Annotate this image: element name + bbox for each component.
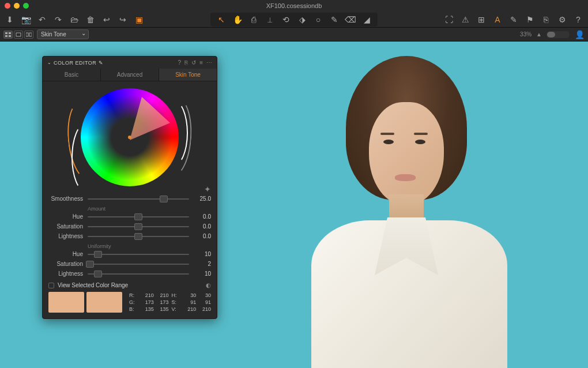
uni-light-value: 10 <box>194 271 211 277</box>
range-arc-left[interactable] <box>71 123 100 192</box>
amount-light-value: 0.0 <box>194 233 211 239</box>
view-range-label: View Selected Color Range <box>58 282 128 288</box>
help-icon[interactable]: ? <box>573 14 583 25</box>
panel-header[interactable]: ⌄ COLOR EDITOR ✎ ? ⎘ ↺ ≡ ⋯ <box>43 57 217 69</box>
amount-light-slider[interactable] <box>88 236 189 237</box>
print-icon[interactable]: ⎙ <box>248 14 259 25</box>
amount-light-label: Lightness <box>48 233 83 239</box>
trash-icon[interactable]: 🗑 <box>85 14 96 25</box>
svg-rect-1 <box>9 32 11 34</box>
uni-light-label: Lightness <box>48 271 83 277</box>
titlebar: XF100.cosessiondb <box>0 0 588 12</box>
main-toolbar: ⬇ 📷 ↶ ↷ 🗁 🗑 ↩ ↪ ▣ ↖ ✋ ⎙ ⟂ ⟲ ⬗ ○ ✎ ⌫ ◢ ⛶ … <box>0 12 588 28</box>
secondary-bar: Skin Tone 33% ▲ 👤 <box>0 28 588 42</box>
uni-light-slider[interactable] <box>88 273 189 275</box>
zoom-level: 33% <box>520 31 532 37</box>
help-small-icon[interactable]: ? <box>178 59 182 66</box>
swatch-before[interactable] <box>48 292 84 313</box>
eyedropper-icon[interactable]: ✦ <box>204 185 211 194</box>
tool-dropdown[interactable]: Skin Tone <box>37 29 89 39</box>
svg-rect-3 <box>9 35 11 37</box>
gradient-icon[interactable]: ◢ <box>361 14 372 25</box>
collapse-icon[interactable]: ⌄ <box>47 60 51 65</box>
uni-sat-label: Saturation <box>48 261 83 267</box>
close-window-button[interactable] <box>5 3 10 9</box>
smoothness-value: 25.0 <box>194 196 211 202</box>
window-title: XF100.cosessiondb <box>266 2 322 9</box>
export-icon[interactable]: ⎘ <box>541 14 551 25</box>
split-view-button[interactable] <box>24 31 33 39</box>
color-readout: R:210210 H:3030 G:173173 S:9191 B:135135… <box>125 292 211 313</box>
grid-view-button[interactable] <box>3 31 13 39</box>
brush-icon[interactable]: ✎ <box>329 14 340 25</box>
amount-hue-label: Hue <box>48 213 83 220</box>
color-editor-panel: ⌄ COLOR EDITOR ✎ ? ⎘ ↺ ≡ ⋯ Basic Advance… <box>42 56 217 319</box>
uni-sat-value: 2 <box>194 261 211 267</box>
amount-hue-slider[interactable] <box>88 216 189 217</box>
folder-icon[interactable]: 🗁 <box>69 14 80 25</box>
amount-sat-value: 0.0 <box>194 223 211 230</box>
svg-rect-4 <box>16 33 21 36</box>
svg-rect-5 <box>26 33 28 36</box>
grid-icon[interactable]: ⊞ <box>476 14 487 25</box>
uni-sat-slider[interactable] <box>88 264 189 265</box>
mask-icon[interactable]: ◐ <box>206 282 211 288</box>
user-icon[interactable]: 👤 <box>574 29 585 40</box>
smoothness-label: Smoothness <box>48 196 83 202</box>
uni-hue-label: Hue <box>48 251 83 257</box>
cursor-icon[interactable]: ↖ <box>216 14 227 25</box>
amount-sat-slider[interactable] <box>88 226 189 227</box>
menu-icon[interactable]: ≡ <box>199 59 203 66</box>
tab-advanced[interactable]: Advanced <box>101 69 159 81</box>
zoom-label: ▲ <box>536 31 542 37</box>
keystone-icon[interactable]: ⬗ <box>297 14 307 25</box>
camera-icon[interactable]: 📷 <box>21 14 31 25</box>
more-icon[interactable]: ⋯ <box>206 59 212 66</box>
svg-rect-6 <box>29 33 32 36</box>
edit-icon[interactable]: ✎ <box>99 60 103 66</box>
straighten-icon[interactable]: ⟲ <box>281 14 291 25</box>
wheel-center-marker[interactable] <box>128 136 131 139</box>
uni-hue-slider[interactable] <box>88 254 189 255</box>
single-view-button[interactable] <box>14 31 23 39</box>
minimize-window-button[interactable] <box>14 3 20 9</box>
tab-basic[interactable]: Basic <box>43 69 101 81</box>
settings-icon[interactable]: ⚙ <box>557 14 567 25</box>
panel-title: COLOR EDITOR <box>54 60 96 66</box>
expand-icon[interactable]: ⛶ <box>444 14 454 25</box>
undo-icon[interactable]: ↩ <box>101 14 112 25</box>
annotation-icon[interactable]: A <box>492 14 503 25</box>
range-arc-right[interactable] <box>159 100 188 166</box>
hand-icon[interactable]: ✋ <box>232 14 243 25</box>
portrait-image <box>300 53 519 365</box>
rotate-left-icon[interactable]: ↶ <box>37 14 47 25</box>
amount-hue-value: 0.0 <box>194 213 211 220</box>
ruler-icon[interactable]: ✎ <box>508 14 519 25</box>
color-wheel-area: ✦ <box>43 81 217 194</box>
uni-hue-value: 10 <box>194 251 211 257</box>
amount-sat-label: Saturation <box>48 223 83 230</box>
svg-rect-0 <box>5 32 7 34</box>
redo-icon[interactable]: ↪ <box>118 14 128 25</box>
flag-icon[interactable]: ⚑ <box>525 14 535 25</box>
tab-skin-tone[interactable]: Skin Tone <box>159 69 217 81</box>
layers-icon[interactable]: ▣ <box>134 14 144 25</box>
smoothness-slider[interactable] <box>88 198 189 200</box>
amount-section-label: Amount <box>43 204 217 212</box>
svg-rect-2 <box>5 35 7 37</box>
eraser-icon[interactable]: ⌫ <box>345 14 356 25</box>
maximize-window-button[interactable] <box>23 3 29 9</box>
main-area: ⌄ COLOR EDITOR ✎ ? ⎘ ↺ ≡ ⋯ Basic Advance… <box>0 42 588 368</box>
spot-icon[interactable]: ○ <box>313 14 323 25</box>
swatch-after[interactable] <box>86 292 122 313</box>
import-icon[interactable]: ⬇ <box>5 14 15 25</box>
crop-icon[interactable]: ⟂ <box>265 14 275 25</box>
copy-icon[interactable]: ⎘ <box>184 59 188 66</box>
uniformity-section-label: Uniformity <box>43 241 217 249</box>
rotate-right-icon[interactable]: ↷ <box>53 14 63 25</box>
view-range-checkbox[interactable] <box>48 283 54 288</box>
zoom-slider[interactable] <box>546 31 570 38</box>
reset-icon[interactable]: ↺ <box>191 59 196 66</box>
warning-icon[interactable]: ⚠ <box>460 14 470 25</box>
